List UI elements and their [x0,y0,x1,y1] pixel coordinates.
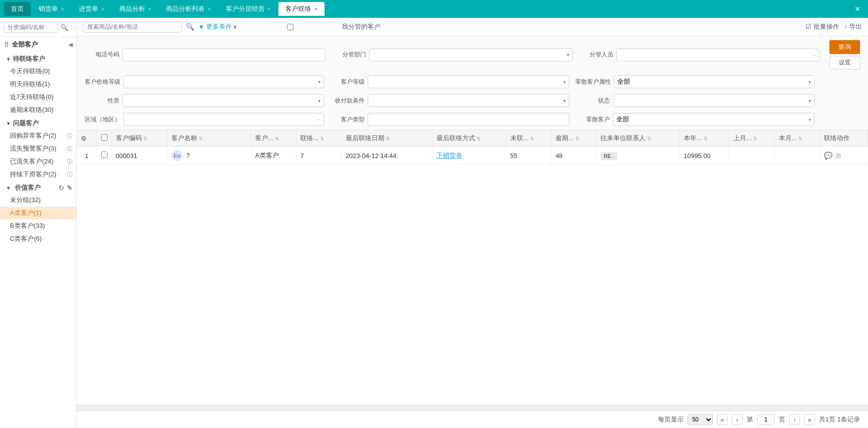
group-pending-contact[interactable]: ▼ 待联络客户 [0,52,76,65]
th-overdue[interactable]: 逾期... ⇅ [551,130,597,147]
group-value-customers[interactable]: ▼ 价值客户 ↻ ✎ [0,181,76,194]
sidebar-item-repurchase-abnormal[interactable]: 回购异常客户(2) ⓘ [0,129,76,142]
tab-home[interactable]: 首页 [4,2,31,16]
sidebar-item-unclassified[interactable]: 未分组(32) [0,194,76,207]
prev-page-button[interactable]: ‹ [732,414,743,425]
search-input[interactable] [83,21,182,33]
first-page-button[interactable]: « [717,414,728,425]
retail-select[interactable]: 全部 ▾ [613,113,814,126]
dept-select[interactable]: ▾ [369,49,572,61]
sidebar-item-overdue[interactable]: 逾期未联络(30) [0,104,76,116]
row-last-month [729,147,774,165]
chevron-down-icon-7: ▾ [809,98,811,104]
th-last-contact-method[interactable]: 最后联络方式 ⇅ [432,130,506,147]
chevron-down-icon: ▾ [233,23,237,31]
refresh-icon[interactable]: ↻ [58,184,64,192]
th-actions: 联络动作 [819,130,868,147]
per-page-select[interactable]: 50 100 200 [688,414,713,425]
all-customers-header[interactable]: ⠿ 全部客户 ◀ [0,37,76,52]
query-button[interactable]: 查询 [829,40,860,54]
batch-action-button[interactable]: ☑ 批量操作 [806,22,839,31]
scrollbar-area [77,405,868,411]
tab-customer-tier[interactable]: 客户分层经营 × [219,2,277,16]
th-last-month[interactable]: 上月... ⇅ [729,130,774,147]
contact-method-link[interactable]: 下销货单 [436,152,462,159]
row-checkbox[interactable] [101,152,108,158]
sidebar-item-class-c[interactable]: C类客户(6) [0,232,76,245]
chevron-down-icon-8: ▾ [809,117,811,122]
my-customer-checkbox-label[interactable]: 我分管的客户 [241,22,380,31]
qr-icon[interactable]: ⊞ [835,152,841,160]
sidebar-item-churn-warning[interactable]: 流失预警客户(3) ⓘ [0,142,76,155]
sidebar-item-class-b[interactable]: B类客户(33) [0,219,76,232]
nature-select[interactable]: ▾ [122,94,324,107]
edit-icon[interactable]: ✎ [67,184,72,192]
sidebar-item-class-a[interactable]: A类客户(1) [0,207,76,219]
chevron-down-icon-4: ▾ [809,79,811,85]
sidebar-item-today[interactable]: 今天待联络(0) [0,65,76,78]
th-code[interactable]: 客户编码 ⇅ [111,130,167,147]
chat-icon[interactable]: 💬 [824,152,832,160]
th-this-year[interactable]: 本年... ⇅ [679,130,729,147]
per-page-label: 每页显示 [658,415,684,424]
tab-product-analysis-list-label: 商品分析列表 [166,4,205,13]
th-name[interactable]: 客户名称 ⇅ [167,130,251,147]
info-icon-1: ⓘ [67,132,72,140]
status-select[interactable]: ▾ [613,94,814,107]
tab-sales-label: 销货单 [39,4,58,13]
filter-customer-type-label: 客户类型 [330,115,365,124]
group-problem-customers[interactable]: ▼ 问题客户 [0,116,76,129]
next-page-button[interactable]: › [789,414,800,425]
sidebar-item-tomorrow[interactable]: 明天待联络(1) [0,78,76,91]
tab-product-analysis-list[interactable]: 商品分析列表 × [159,2,217,16]
filter-row-4: 区域（地区） ··· 客户类型 零散客户 [85,113,860,126]
search-button[interactable]: 🔍 [186,23,194,31]
scrollbar-content [77,405,671,406]
chevron-down-icon: ▾ [567,52,569,57]
customer-level-select[interactable]: ▾ [368,75,569,88]
tab-customer-tier-close[interactable]: × [268,6,271,12]
retail-attr-select[interactable]: 全部 ▾ [614,75,814,88]
sidebar-item-declining[interactable]: 持续下滑客户(2) ⓘ [0,168,76,181]
main-layout: 🔍 ⠿ 全部客户 ◀ ▼ 待联络客户 今天待联络(0) 明天待联络(1) 近7天… [0,18,868,428]
tab-product-analysis-list-close[interactable]: × [208,6,211,12]
tab-customer-contact-close[interactable]: × [314,6,317,12]
tab-product-analysis-close[interactable]: × [148,6,151,12]
region-select[interactable]: ··· [123,113,324,126]
price-level-select[interactable]: ▾ [123,75,324,88]
tab-customer-contact[interactable]: 客户联络 × [278,2,324,16]
last-page-button[interactable]: » [804,414,815,425]
my-customer-checkbox[interactable] [241,24,340,30]
tab-sales[interactable]: 销货单 × [32,2,71,16]
th-this-month[interactable]: 本月... ⇅ [774,130,819,147]
select-all-checkbox[interactable] [101,134,108,141]
tab-product-analysis-label: 商品分析 [119,4,145,13]
filter-phone: 电话号码 [85,49,326,61]
tab-purchase-close[interactable]: × [101,6,104,12]
gear-icon[interactable]: ⚙ [81,135,87,142]
sidebar-item-7days[interactable]: 近7天待联络(0) [0,91,76,104]
export-button[interactable]: ↑ 导出 [844,22,862,31]
filter-nature-label: 性质 [85,97,119,105]
page-input[interactable] [757,415,775,425]
th-index: ⚙ [77,130,97,147]
tab-product-analysis[interactable]: 商品分析 × [112,2,158,16]
phone-input[interactable] [122,49,326,61]
sidebar-item-churned[interactable]: 已流失客户(24) ⓘ [0,155,76,168]
person-select[interactable]: ··· [616,49,819,61]
th-contact[interactable]: 联络... ⇅ [296,130,341,147]
close-all-tabs[interactable]: × [851,4,864,14]
more-filter-button[interactable]: ▼ 更多条件 ▾ [198,22,237,31]
th-last-contact-date[interactable]: 最后联络日期 ⇅ [341,130,432,147]
tab-purchase[interactable]: 进货单 × [72,2,111,16]
payment-select[interactable]: ▾ [368,94,569,107]
th-contact-person[interactable]: 往来单位联系人 ⇅ [597,130,680,147]
sidebar-search-icon[interactable]: 🔍 [60,24,68,31]
customer-type-input[interactable] [368,113,569,126]
settings-button[interactable]: 设置 [829,56,860,69]
filter-retail-attr: 零散客户属性 全部 ▾ [575,75,814,88]
tab-sales-close[interactable]: × [61,6,64,12]
th-no-contact[interactable]: 未联... ⇅ [506,130,551,147]
th-type[interactable]: 客户... ⇅ [251,130,296,147]
sidebar-search-input[interactable] [4,22,58,33]
